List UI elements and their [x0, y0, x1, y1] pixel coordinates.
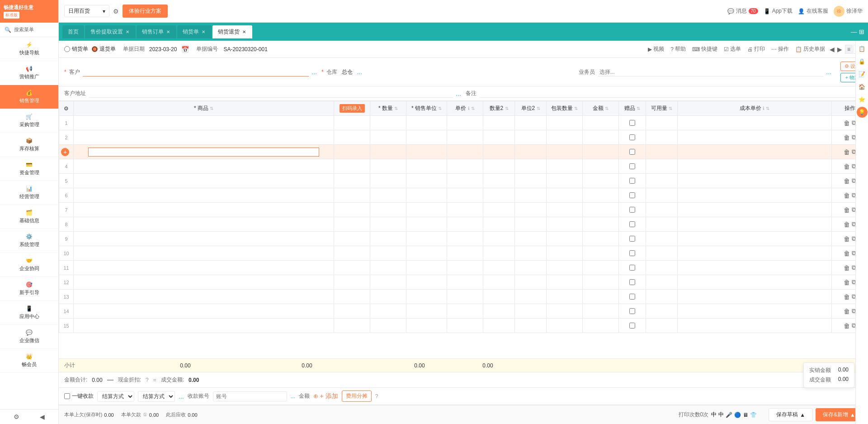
cost-price-cell[interactable]: [678, 188, 832, 203]
delete-row-button[interactable]: 🗑: [844, 221, 850, 228]
gift-cell[interactable]: [619, 304, 646, 319]
qty2-cell[interactable]: [483, 217, 515, 232]
gift-cell[interactable]: [619, 246, 646, 261]
unit2-cell[interactable]: [515, 290, 547, 304]
gift-checkbox[interactable]: [629, 250, 635, 256]
product-cell[interactable]: [74, 261, 334, 275]
quantity-cell[interactable]: [370, 290, 406, 304]
sales-unit-cell[interactable]: [406, 116, 447, 130]
video-button[interactable]: ▶ 视频: [646, 44, 666, 54]
cost-price-cell[interactable]: [678, 159, 832, 174]
package-qty-cell[interactable]: [547, 188, 583, 203]
right-panel-btn-4[interactable]: 🏠: [857, 81, 868, 92]
available-cell[interactable]: [646, 246, 678, 261]
sidebar-item-wechat[interactable]: 💬 企业微信: [0, 325, 58, 349]
unit2-cell[interactable]: [515, 174, 547, 188]
delete-row-button[interactable]: 🗑: [844, 148, 850, 156]
settlement-method-select[interactable]: 结算方式: [97, 391, 134, 402]
cost-price-cell[interactable]: [678, 261, 832, 275]
sidebar-item-inventory[interactable]: 📦 库存核算: [0, 133, 58, 157]
radio-sales-input[interactable]: [64, 46, 70, 52]
address-input[interactable]: [89, 89, 453, 98]
unit2-cell[interactable]: [515, 188, 547, 203]
tab-price-settings-close[interactable]: ✕: [125, 29, 130, 34]
remark-input[interactable]: [479, 89, 863, 98]
cost-price-cell[interactable]: [678, 290, 832, 304]
gift-cell[interactable]: [619, 159, 646, 174]
available-cell[interactable]: [646, 290, 678, 304]
payment-dots[interactable]: ...: [179, 393, 184, 400]
sidebar-item-basics[interactable]: 🗂️ 基础信息: [0, 205, 58, 229]
gift-checkbox[interactable]: [629, 120, 635, 126]
sidebar-item-system[interactable]: ⚙️ 系统管理: [0, 229, 58, 253]
sidebar-item-search[interactable]: 🔍 搜索菜单: [0, 23, 58, 37]
discount-help-icon[interactable]: ?: [146, 377, 149, 383]
quantity-cell[interactable]: [370, 130, 406, 145]
sidebar-item-member[interactable]: 👑 畅会员: [0, 349, 58, 373]
amount-cell[interactable]: [583, 246, 619, 261]
unit2-cell[interactable]: [515, 319, 547, 333]
maximize-window-button[interactable]: ⊞: [859, 28, 864, 35]
amount-cell[interactable]: [583, 145, 619, 159]
qty2-cell[interactable]: [483, 304, 515, 319]
sidebar-item-finance[interactable]: 💳 资金管理: [0, 157, 58, 181]
gift-cell[interactable]: [619, 174, 646, 188]
available-cell[interactable]: [646, 116, 678, 130]
taskbar-icon-4[interactable]: 🔵: [734, 411, 741, 419]
product-cell[interactable]: [74, 116, 334, 130]
unit-price-sort-icon[interactable]: ⇅: [471, 106, 475, 111]
quantity-cell[interactable]: [370, 188, 406, 203]
product-cell[interactable]: [74, 217, 334, 232]
gift-checkbox[interactable]: [629, 279, 635, 285]
available-cell[interactable]: [646, 203, 678, 217]
gift-checkbox[interactable]: [629, 163, 635, 169]
sales-unit-cell[interactable]: [406, 145, 447, 159]
unit-price-cell[interactable]: [447, 290, 483, 304]
delete-row-button[interactable]: 🗑: [844, 250, 850, 257]
gift-checkbox[interactable]: [629, 221, 635, 227]
add-row-button[interactable]: +: [61, 148, 69, 156]
quantity-cell[interactable]: [370, 116, 406, 130]
quantity-cell[interactable]: [370, 217, 406, 232]
unit2-cell[interactable]: [515, 159, 547, 174]
package-qty-cell[interactable]: [547, 217, 583, 232]
radio-return-doc[interactable]: 退货单: [92, 45, 116, 53]
available-cell[interactable]: [646, 217, 678, 232]
gift-checkbox[interactable]: [629, 236, 635, 242]
qty-sort-icon[interactable]: ⇅: [394, 106, 398, 111]
right-panel-btn-2[interactable]: 🔒: [857, 56, 868, 67]
cost-price-cell[interactable]: [678, 130, 832, 145]
available-cell[interactable]: [646, 145, 678, 159]
select-doc-button[interactable]: ☑ 选单: [722, 44, 743, 54]
sidebar-item-enterprise[interactable]: 🤝 企业协同: [0, 253, 58, 277]
expense-split-button[interactable]: 费用分摊: [342, 391, 372, 402]
cost-price-cell[interactable]: [678, 174, 832, 188]
gift-cell[interactable]: [619, 261, 646, 275]
industry-select[interactable]: 日用百货 ▾: [64, 5, 109, 17]
package-qty-cell[interactable]: [547, 130, 583, 145]
sales-unit-cell[interactable]: [406, 246, 447, 261]
product-cell[interactable]: [74, 246, 334, 261]
package-qty-cell[interactable]: [547, 232, 583, 246]
qty2-cell[interactable]: [483, 275, 515, 290]
quantity-cell[interactable]: [370, 319, 406, 333]
sales-unit-cell[interactable]: [406, 188, 447, 203]
gift-checkbox[interactable]: [629, 192, 635, 198]
available-cell[interactable]: [646, 261, 678, 275]
available-cell[interactable]: [646, 159, 678, 174]
message-btn[interactable]: 💬 消息 70: [727, 7, 758, 15]
delete-row-button[interactable]: 🗑: [844, 119, 850, 127]
available-sort-icon[interactable]: ⇅: [669, 106, 672, 111]
unit-price-cell[interactable]: [447, 304, 483, 319]
cost-price-cell[interactable]: [678, 145, 832, 159]
package-qty-cell[interactable]: [547, 246, 583, 261]
delete-row-button[interactable]: 🗑: [844, 279, 850, 286]
quantity-cell[interactable]: [370, 145, 406, 159]
sidebar-item-marketing[interactable]: 📢 营销推广: [0, 61, 58, 85]
one-click-payment-checkbox[interactable]: 一键收款: [64, 392, 94, 400]
gift-checkbox[interactable]: [629, 149, 635, 155]
customer-input[interactable]: [83, 68, 309, 76]
topbar-gear-button[interactable]: ⚙: [113, 8, 119, 15]
sales-unit-sort-icon[interactable]: ⇅: [438, 106, 442, 111]
salesperson-input[interactable]: [598, 68, 823, 76]
